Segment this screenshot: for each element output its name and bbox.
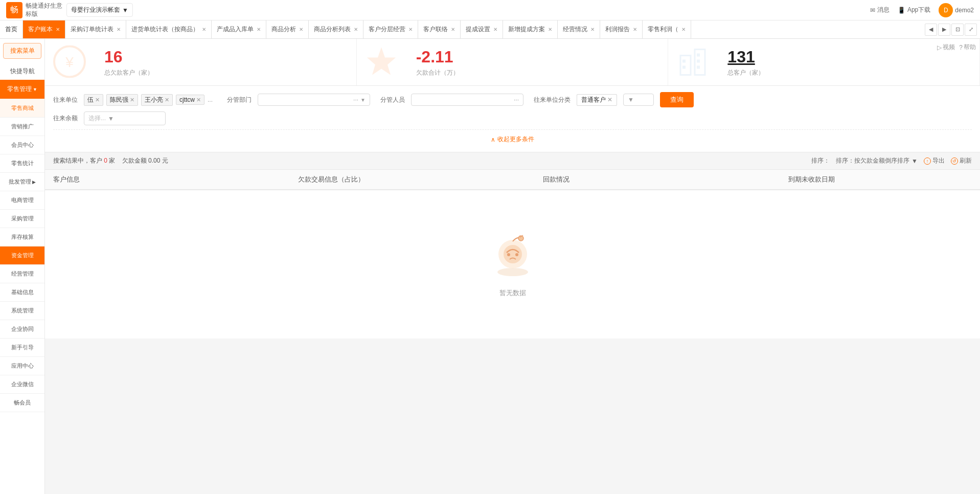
sidebar-item-marketing[interactable]: 营销推广 [0, 118, 44, 136]
close-icon[interactable]: ✕ [202, 27, 206, 32]
sidebar-item-retail[interactable]: 零售管理 ▼ [0, 80, 44, 99]
stat-credit-customers-label: 总欠款客户（家） [104, 69, 153, 77]
close-icon[interactable]: ✕ [493, 27, 497, 32]
remove-wangxiaoliang-tag[interactable]: ✕ [165, 97, 169, 103]
tab-customer-accounts[interactable]: 客户账本 ✕ [23, 20, 65, 39]
top-header: 畅 畅捷通好生意标版 母婴行业演示帐套 ▼ ✉ 消息 📱 App下载 D dem… [0, 0, 980, 20]
chevron-down-icon: ▼ [108, 115, 114, 122]
collapse-row: ∧ 收起更多条件 [53, 129, 972, 146]
tab-new-plan[interactable]: 新增提成方案 ✕ [503, 20, 558, 39]
tab-product-analysis-list-label: 商品分析列表 [314, 25, 351, 34]
sidebar-item-retail-mall[interactable]: 零售商城 [0, 99, 44, 118]
close-icon[interactable]: ✕ [548, 27, 552, 32]
dept-chevron-icon: ▼ [360, 97, 366, 103]
account-selector-label: 母婴行业演示帐套 [71, 6, 120, 14]
close-icon[interactable]: ✕ [451, 27, 455, 32]
close-icon[interactable]: ✕ [408, 27, 413, 32]
sidebar-item-wholesale[interactable]: 批发管理 ▶ [0, 173, 44, 191]
stat-credit-total-value: -2.11 [416, 47, 459, 66]
dept-filter-label: 分管部门 [227, 96, 252, 104]
search-menu-button[interactable]: 搜索菜单 [3, 43, 41, 59]
export-button[interactable]: ↑ 导出 [924, 156, 945, 165]
refresh-icon: ↺ [951, 158, 958, 165]
sidebar-item-member[interactable]: 会员中心 [0, 136, 44, 154]
sidebar-item-retail-stats[interactable]: 零售统计 [0, 154, 44, 173]
close-icon[interactable]: ✕ [117, 27, 121, 32]
tab-promotions[interactable]: 提成设置 ✕ [461, 20, 503, 39]
svg-marker-2 [367, 47, 396, 75]
sidebar-item-vip[interactable]: 畅会员 [0, 394, 44, 412]
unit-filter-label: 往来单位 [53, 96, 78, 104]
user-menu[interactable]: D demo2 [939, 3, 974, 17]
tab-customer-contact[interactable]: 客户联络 ✕ [418, 20, 461, 39]
tab-product-analysis-list[interactable]: 商品分析列表 ✕ [309, 20, 363, 39]
sidebar-item-operations[interactable]: 经营管理 [0, 265, 44, 283]
balance-placeholder: 选择... [88, 114, 106, 123]
sidebar-item-enterprise[interactable]: 企业协同 [0, 320, 44, 339]
filter-tags: 伍 ✕ 陈民强 ✕ 王小亮 ✕ cjttcw ✕ ... [84, 94, 213, 106]
tab-purchase-stats[interactable]: 采购订单统计表 ✕ [65, 20, 126, 39]
sidebar-item-quick-nav[interactable]: 快捷导航 [0, 63, 44, 80]
tabs-scroll-right[interactable]: ▶ [938, 24, 950, 36]
refresh-button[interactable]: ↺ 刷新 [951, 156, 972, 165]
category-filter-dropdown[interactable]: ▼ [623, 94, 654, 106]
remove-cjttcw-tag[interactable]: ✕ [196, 97, 201, 103]
tab-home[interactable]: 首页 [0, 20, 23, 39]
video-help-button[interactable]: ▷ 视频 [937, 43, 955, 52]
tab-product-entry[interactable]: 产成品入库单 ✕ [212, 20, 266, 39]
tabs-fullscreen[interactable]: ⤢ [965, 24, 977, 36]
close-icon[interactable]: ✕ [257, 27, 261, 32]
stat-help-area: ▷ 视频 ? 帮助 [937, 43, 976, 52]
app-download-button[interactable]: 📱 App下载 [898, 6, 930, 14]
sidebar-item-wholesale-label: 批发管理 [9, 178, 31, 186]
close-icon[interactable]: ✕ [299, 27, 303, 32]
svg-rect-6 [682, 65, 686, 69]
tab-operations[interactable]: 经营情况 ✕ [558, 20, 600, 39]
tab-retail-profit[interactable]: 零售利润（ ✕ [643, 20, 691, 39]
category-tags: 普通客户 ✕ [577, 94, 617, 106]
remove-category-tag[interactable]: ✕ [607, 96, 612, 103]
help-button[interactable]: ? 帮助 [959, 43, 976, 52]
person-filter-dots: ··· [514, 96, 519, 103]
message-button[interactable]: ✉ 消息 [870, 6, 890, 14]
tab-customer-tiering[interactable]: 客户分层经营 ✕ [363, 20, 418, 39]
close-icon[interactable]: ✕ [633, 27, 637, 32]
close-icon[interactable]: ✕ [681, 27, 686, 32]
message-icon: ✉ [870, 7, 875, 14]
sidebar-item-system[interactable]: 系统管理 [0, 302, 44, 320]
close-icon[interactable]: ✕ [354, 27, 358, 32]
remove-wu-tag[interactable]: ✕ [95, 97, 100, 103]
close-icon[interactable]: ✕ [56, 27, 60, 32]
sidebar-item-corp-wechat[interactable]: 企业微信 [0, 375, 44, 394]
sidebar-item-inventory[interactable]: 库存核算 [0, 228, 44, 246]
person-filter-select[interactable]: ··· [411, 94, 523, 106]
filter-more-tags[interactable]: ... [208, 96, 213, 103]
sidebar-item-app-center[interactable]: 应用中心 [0, 357, 44, 375]
dept-filter-select[interactable]: ··· ▼ [258, 94, 370, 106]
chevron-down-icon: ▼ [122, 7, 128, 14]
remove-chenminqiang-tag[interactable]: ✕ [130, 97, 134, 103]
sidebar-item-finance[interactable]: 资金管理 [0, 246, 44, 265]
sidebar-item-basic-info[interactable]: 基础信息 [0, 283, 44, 302]
balance-filter-select[interactable]: 选择... ▼ [84, 111, 166, 125]
close-icon[interactable]: ✕ [590, 27, 595, 32]
sidebar-item-purchase[interactable]: 采购管理 [0, 210, 44, 228]
query-button[interactable]: 查询 [660, 92, 694, 107]
sidebar-item-guide[interactable]: 新手引导 [0, 339, 44, 357]
main-layout: 搜索菜单 快捷导航 零售管理 ▼ 零售商城 营销推广 会员中心 零售统计 批发管… [0, 39, 980, 494]
tab-home-label: 首页 [5, 25, 17, 34]
tab-inbound-stats[interactable]: 进货单统计表（按商品） ✕ [126, 20, 212, 39]
tab-profit-report[interactable]: 利润报告 ✕ [600, 20, 643, 39]
balance-filter-label: 往来余额 [53, 114, 78, 123]
account-selector[interactable]: 母婴行业演示帐套 ▼ [66, 3, 133, 17]
tabs-scroll-left[interactable]: ◀ [925, 24, 937, 36]
tab-product-analysis[interactable]: 商品分析 ✕ [266, 20, 309, 39]
filter-row-2: 往来余额 选择... ▼ [53, 111, 972, 125]
sidebar-item-ecommerce[interactable]: 电商管理 [0, 191, 44, 210]
collapse-button[interactable]: ∧ 收起更多条件 [53, 133, 972, 146]
tabs-expand[interactable]: ⊡ [951, 24, 964, 36]
star-icon [365, 45, 398, 79]
stats-bar: ¥ 16 总欠款客户（家） -2.11 欠款合计（万） [45, 39, 980, 86]
sort-selector[interactable]: 排序：按欠款金额倒序排序 ▼ [836, 156, 918, 165]
chevron-icon: ▼ [33, 87, 37, 92]
